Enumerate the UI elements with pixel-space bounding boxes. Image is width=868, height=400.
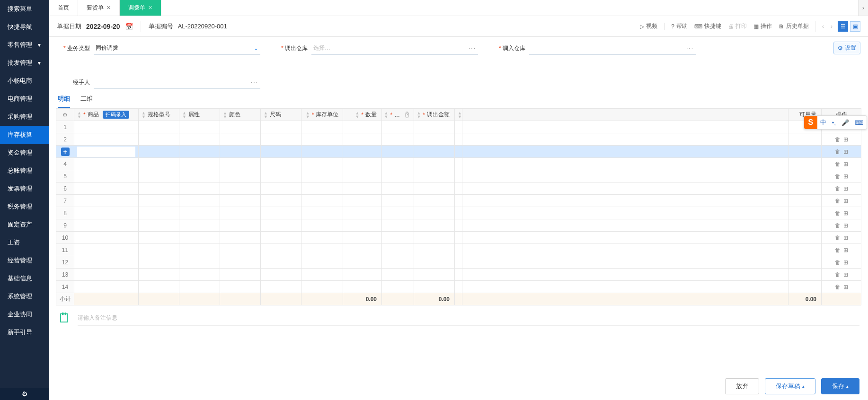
biz-type-select[interactable]: 同价调拨⌄: [94, 42, 260, 55]
cell[interactable]: [179, 256, 220, 269]
col-color[interactable]: ▲▼颜色: [220, 109, 261, 121]
cell[interactable]: [414, 244, 455, 256]
delete-row-icon[interactable]: 🗑: [835, 222, 841, 229]
cell[interactable]: [455, 183, 462, 195]
save-button[interactable]: 保存▴: [821, 378, 859, 394]
cell[interactable]: [382, 121, 414, 133]
ime-lang[interactable]: 中: [817, 118, 829, 127]
cell[interactable]: [414, 170, 455, 183]
cell[interactable]: [343, 121, 382, 133]
cell[interactable]: [261, 195, 301, 207]
col-product[interactable]: ▲▼*商品扫码录入: [74, 109, 139, 121]
cell[interactable]: [382, 207, 414, 219]
cell[interactable]: [261, 281, 301, 293]
cell[interactable]: [179, 232, 220, 244]
table-row[interactable]: 4🗑⊞: [56, 158, 861, 170]
save-draft-button[interactable]: 保存草稿▴: [765, 378, 815, 394]
in-warehouse-select[interactable]: ···: [529, 42, 696, 55]
sidebar-item-xiaochang[interactable]: 小畅电商: [0, 72, 49, 90]
cell[interactable]: [301, 170, 343, 183]
cell[interactable]: [301, 269, 343, 281]
cell[interactable]: [220, 232, 261, 244]
insert-row-icon[interactable]: ⊞: [843, 222, 848, 229]
close-icon[interactable]: ✕: [148, 5, 152, 11]
ime-mic-icon[interactable]: 🎤: [839, 119, 852, 126]
cell[interactable]: [462, 183, 788, 195]
sidebar-item-wholesale[interactable]: 批发管理▼: [0, 54, 49, 72]
sidebar-item-operation[interactable]: 经营管理: [0, 252, 49, 270]
cell[interactable]: [139, 269, 179, 281]
cell[interactable]: [301, 133, 343, 146]
cell[interactable]: [220, 133, 261, 146]
scan-button[interactable]: 扫码录入: [103, 111, 129, 119]
cell[interactable]: [261, 158, 301, 170]
sidebar-item-system[interactable]: 系统管理: [0, 287, 49, 305]
cell[interactable]: [179, 133, 220, 146]
cell[interactable]: [788, 219, 822, 232]
cell[interactable]: [414, 195, 455, 207]
ime-keyboard-icon[interactable]: ⌨: [852, 119, 867, 126]
cell[interactable]: [179, 281, 220, 293]
col-gear[interactable]: ⚙: [56, 109, 74, 121]
cell[interactable]: [139, 232, 179, 244]
subtab-2d[interactable]: 二维: [80, 95, 93, 108]
cell[interactable]: [455, 121, 462, 133]
insert-row-icon[interactable]: ⊞: [843, 185, 848, 192]
action-operate[interactable]: ▦操作: [753, 22, 772, 30]
insert-row-icon[interactable]: ⊞: [843, 235, 848, 241]
cell[interactable]: [220, 170, 261, 183]
cell[interactable]: [220, 269, 261, 281]
delete-row-icon[interactable]: 🗑: [835, 148, 841, 155]
ime-punct-icon[interactable]: •,: [829, 119, 839, 126]
table-row[interactable]: 10🗑⊞: [56, 232, 861, 244]
cell[interactable]: [139, 244, 179, 256]
action-help[interactable]: ?帮助: [671, 22, 688, 30]
tabs-scroll-right[interactable]: ›: [858, 0, 868, 16]
cell[interactable]: [788, 133, 822, 146]
cell[interactable]: [220, 219, 261, 232]
cell[interactable]: [261, 256, 301, 269]
sidebar-item-funds[interactable]: 资金管理: [0, 144, 49, 162]
insert-row-icon[interactable]: ⊞: [843, 284, 848, 290]
cell[interactable]: [261, 244, 301, 256]
cell[interactable]: [343, 207, 382, 219]
cell[interactable]: [261, 170, 301, 183]
sidebar-item-search[interactable]: 搜索菜单: [0, 0, 49, 18]
cell[interactable]: [455, 170, 462, 183]
cell[interactable]: [261, 232, 301, 244]
cell[interactable]: [462, 281, 788, 293]
cell[interactable]: [788, 158, 822, 170]
delete-row-icon[interactable]: 🗑: [835, 235, 841, 241]
cell[interactable]: [788, 195, 822, 207]
cell[interactable]: [74, 269, 139, 281]
cell[interactable]: [788, 183, 822, 195]
cell[interactable]: [139, 195, 179, 207]
cell[interactable]: [343, 269, 382, 281]
col-unit[interactable]: ▲▼*库存单位: [301, 109, 343, 121]
cell[interactable]: [139, 207, 179, 219]
cell[interactable]: [139, 183, 179, 195]
action-video[interactable]: ▷视频: [640, 22, 657, 30]
cell[interactable]: [788, 232, 822, 244]
table-row[interactable]: 2🗑⊞: [56, 133, 861, 146]
cell[interactable]: [382, 195, 414, 207]
cell[interactable]: [382, 170, 414, 183]
cell[interactable]: [261, 183, 301, 195]
cell[interactable]: [261, 219, 301, 232]
cell[interactable]: [139, 121, 179, 133]
cell[interactable]: [74, 281, 139, 293]
notes-input[interactable]: [78, 311, 859, 326]
cell[interactable]: [220, 121, 261, 133]
sidebar-settings-icon[interactable]: ⚙: [0, 388, 49, 400]
calendar-icon[interactable]: 📅: [125, 23, 133, 30]
cell[interactable]: [139, 281, 179, 293]
insert-row-icon[interactable]: ⊞: [843, 173, 848, 180]
cell[interactable]: [179, 244, 220, 256]
cell[interactable]: [382, 158, 414, 170]
delete-row-icon[interactable]: 🗑: [835, 210, 841, 217]
table-row[interactable]: 9🗑⊞: [56, 219, 861, 232]
cell[interactable]: [179, 158, 220, 170]
col-qty[interactable]: ▲▼*数量: [343, 109, 382, 121]
table-row[interactable]: 8🗑⊞: [56, 207, 861, 219]
cell[interactable]: [788, 256, 822, 269]
